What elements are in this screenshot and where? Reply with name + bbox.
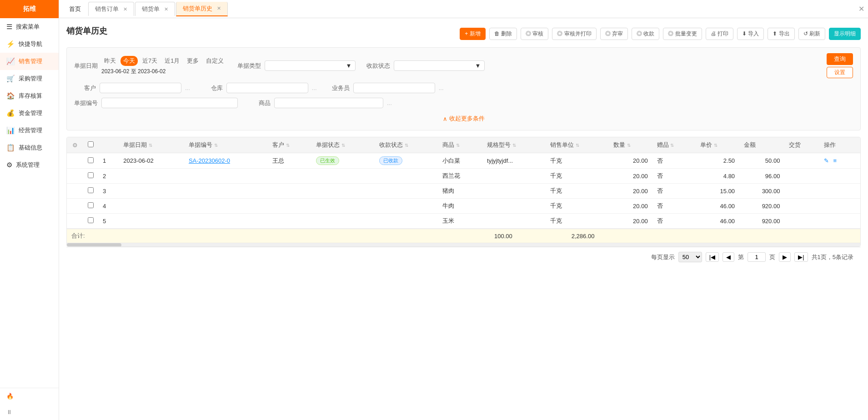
sidebar-item-quick-nav[interactable]: ⚡ 快捷导航 [0, 35, 59, 53]
show-detail-button[interactable]: 显示明细 [829, 28, 861, 40]
audit-button[interactable]: ◎ 审核 [521, 28, 548, 40]
tab-sales-history[interactable]: 销货单历史 ✕ [176, 2, 228, 16]
warehouse-input[interactable] [226, 83, 308, 93]
sort-icon-docno: ⇅ [214, 143, 218, 148]
export-button[interactable]: ⬆ 导出 [768, 28, 794, 40]
collapse-button[interactable]: ∧ 收起更多条件 [441, 113, 487, 125]
first-page-button[interactable]: |◀ [706, 252, 719, 262]
sidebar-bottom-pause[interactable]: ⏸ [0, 404, 59, 420]
more-action-btn[interactable]: ≡ [833, 157, 837, 164]
row-checkbox[interactable] [88, 202, 94, 208]
audit-print-button[interactable]: ◎ 审核并打印 [552, 28, 596, 40]
td-action [819, 169, 860, 184]
next-page-button[interactable]: ▶ [779, 252, 791, 262]
td-docstatus [311, 184, 375, 199]
gear-icon[interactable]: ⚙ [72, 142, 78, 149]
abandon-button[interactable]: ◎ 弃审 [600, 28, 628, 40]
th-collectstatus[interactable]: 收款状态 ⇅ [375, 137, 438, 153]
td-customer [268, 214, 311, 229]
batch-change-button[interactable]: ◎ 批量变更 [663, 28, 702, 40]
last-page-button[interactable]: ▶| [794, 252, 808, 262]
per-page-select[interactable]: 50 100 200 [678, 252, 702, 262]
collect-status-select[interactable]: ▼ [394, 60, 485, 71]
th-qty[interactable]: 数量 ⇅ [609, 137, 652, 153]
goods-dots[interactable]: ... [387, 100, 392, 106]
th-spec[interactable]: 规格型号 ⇅ [482, 137, 546, 153]
row-checkbox[interactable] [88, 187, 94, 193]
sidebar-item-sales-mgmt[interactable]: 📈 销售管理 [0, 53, 59, 70]
page-number-input[interactable] [748, 252, 766, 262]
th-checkbox[interactable] [83, 137, 98, 153]
settings-button[interactable]: 设置 [827, 67, 853, 78]
td-checkbox[interactable] [83, 214, 98, 229]
td-checkbox[interactable] [83, 169, 98, 184]
doc-type-select[interactable]: ▼ [265, 60, 356, 71]
sidebar-item-inventory[interactable]: 🏠 库存核算 [0, 87, 59, 105]
date-btn-custom[interactable]: 自定义 [203, 56, 226, 66]
tab-sales-goods[interactable]: 销货单 ✕ [135, 2, 175, 16]
th-price[interactable]: 单价 ⇅ [696, 137, 739, 153]
tab-sales-history-close[interactable]: ✕ [217, 5, 221, 11]
date-btn-today[interactable]: 今天 [120, 56, 138, 66]
row-checkbox[interactable] [88, 172, 94, 178]
date-btn-1month[interactable]: 近1月 [162, 56, 182, 66]
sort-icon-customer: ⇅ [286, 143, 290, 148]
new-button[interactable]: + 新增 [460, 28, 485, 40]
sort-icon-price: ⇅ [714, 143, 717, 148]
scroll-bar[interactable] [67, 243, 860, 246]
query-button[interactable]: 查询 [827, 53, 853, 65]
th-customer[interactable]: 客户 ⇅ [268, 137, 311, 153]
goods-input[interactable] [274, 98, 383, 108]
td-checkbox[interactable] [83, 199, 98, 214]
sort-icon-spec: ⇅ [512, 143, 516, 148]
date-btn-more[interactable]: 更多 [184, 56, 201, 66]
sidebar-item-search-menu[interactable]: ☰ 搜索菜单 [0, 18, 59, 35]
date-btn-yesterday[interactable]: 昨天 [101, 56, 119, 66]
sidebar-bottom-fire[interactable]: 🔥 [0, 388, 59, 404]
sidebar-item-system-mgmt[interactable]: ⚙ 系统管理 [0, 156, 59, 174]
print-button[interactable]: 🖨 打印 [706, 28, 733, 40]
sidebar-item-operations[interactable]: 📊 经营管理 [0, 122, 59, 139]
tabs-close-all[interactable]: ✕ [858, 5, 864, 13]
td-checkbox[interactable] [83, 153, 98, 169]
collect-button[interactable]: ◎ 收款 [632, 28, 659, 40]
filter-row-3: 单据编号 商品 ... [74, 98, 853, 108]
th-settings[interactable]: ⚙ [67, 137, 83, 153]
customer-input[interactable] [100, 83, 181, 93]
row-checkbox[interactable] [88, 217, 94, 223]
edit-action-btn[interactable]: ✎ [824, 157, 829, 164]
td-rowno: 4 [98, 199, 119, 214]
warehouse-dots[interactable]: ... [312, 85, 317, 91]
th-goods[interactable]: 商品 ⇅ [438, 137, 482, 153]
doc-no-input[interactable] [101, 98, 238, 108]
delete-button[interactable]: 🗑 删除 [489, 28, 517, 40]
tab-sales-order[interactable]: 销售订单 ✕ [88, 2, 134, 16]
import-button[interactable]: ⬇ 导入 [737, 28, 764, 40]
sidebar-item-finance[interactable]: 💰 资金管理 [0, 105, 59, 122]
row-checkbox[interactable] [88, 157, 94, 163]
th-unit[interactable]: 销售单位 ⇅ [546, 137, 609, 153]
tab-sales-order-close[interactable]: ✕ [123, 6, 127, 12]
sidebar-item-purchase-mgmt[interactable]: 🛒 采购管理 [0, 70, 59, 87]
date-btn-7days[interactable]: 近7天 [140, 56, 160, 66]
td-docno [184, 214, 268, 229]
prev-page-button[interactable]: ◀ [722, 252, 734, 262]
refresh-button[interactable]: ↺ 刷新 [798, 28, 825, 40]
scroll-handle[interactable] [67, 243, 121, 247]
th-date[interactable]: 单据日期 ⇅ [119, 137, 184, 153]
td-checkbox[interactable] [83, 184, 98, 199]
customer-dots[interactable]: ... [185, 85, 190, 91]
tab-home[interactable]: 首页 [63, 2, 87, 16]
th-gift[interactable]: 赠品 ⇅ [652, 137, 696, 153]
tab-sales-goods-close[interactable]: ✕ [164, 6, 168, 12]
total-info: 共1页，5条记录 [812, 253, 853, 261]
salesman-dots[interactable]: ... [439, 85, 444, 91]
sidebar-item-label: 库存核算 [19, 92, 42, 100]
doc-no-link[interactable]: SA-20230602-0 [189, 157, 230, 164]
select-all-checkbox[interactable] [88, 141, 94, 147]
salesman-input[interactable] [353, 83, 435, 93]
th-docno[interactable]: 单据编号 ⇅ [184, 137, 268, 153]
sidebar-item-basic-info[interactable]: 📋 基础信息 [0, 139, 59, 156]
th-docstatus[interactable]: 单据状态 ⇅ [311, 137, 375, 153]
td-amount: 920.00 [739, 214, 784, 229]
